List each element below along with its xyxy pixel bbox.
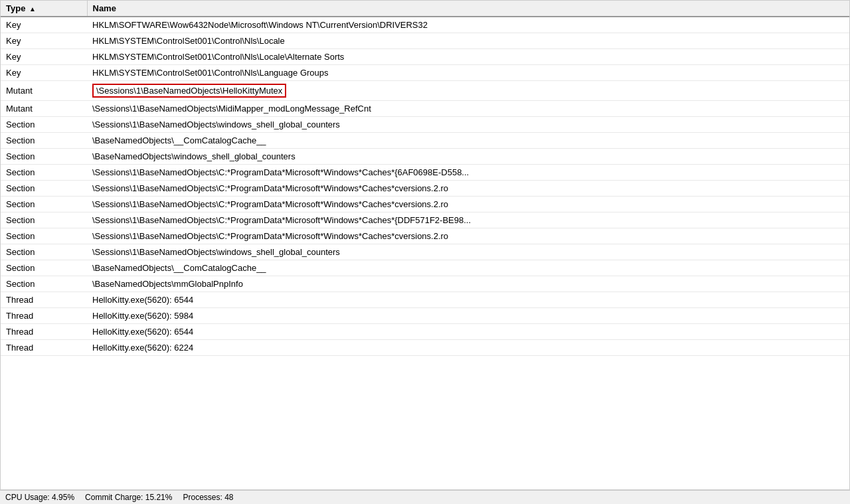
table-row[interactable]: Section\BaseNamedObjects\__ComCatalogCac… xyxy=(1,260,849,276)
table-row[interactable]: Section\Sessions\1\BaseNamedObjects\C:*P… xyxy=(1,228,849,244)
type-cell: Key xyxy=(1,33,87,49)
table-row[interactable]: Mutant\Sessions\1\BaseNamedObjects\Hello… xyxy=(1,81,849,101)
type-cell: Section xyxy=(1,165,87,181)
name-cell: \Sessions\1\BaseNamedObjects\C:*ProgramD… xyxy=(87,181,849,197)
type-cell: Thread xyxy=(1,324,87,340)
type-cell: Section xyxy=(1,133,87,149)
highlighted-name: \Sessions\1\BaseNamedObjects\HelloKittyM… xyxy=(92,84,286,98)
table-row[interactable]: Mutant\Sessions\1\BaseNamedObjects\MidiM… xyxy=(1,101,849,117)
table-row[interactable]: Section\Sessions\1\BaseNamedObjects\C:*P… xyxy=(1,212,849,228)
table-row[interactable]: Section\BaseNamedObjects\windows_shell_g… xyxy=(1,149,849,165)
name-cell: HelloKitty.exe(5620): 6224 xyxy=(87,340,849,356)
name-cell: \Sessions\1\BaseNamedObjects\C:*ProgramD… xyxy=(87,228,849,244)
type-cell: Key xyxy=(1,49,87,65)
table-body: KeyHKLM\SOFTWARE\Wow6432Node\Microsoft\W… xyxy=(1,17,849,356)
type-column-header[interactable]: Type ▲ xyxy=(1,1,87,17)
type-cell: Mutant xyxy=(1,101,87,117)
cpu-value-text: 4.95% xyxy=(52,493,74,502)
name-cell: HKLM\SOFTWARE\Wow6432Node\Microsoft\Wind… xyxy=(87,17,849,33)
table-header-row: Type ▲ Name xyxy=(1,1,849,17)
name-cell: \Sessions\1\BaseNamedObjects\MidiMapper_… xyxy=(87,101,849,117)
type-cell: Section xyxy=(1,149,87,165)
commit-label-text: Commit Charge: xyxy=(85,493,145,502)
type-column-label: Type xyxy=(6,3,25,13)
table-row[interactable]: KeyHKLM\SYSTEM\ControlSet001\Control\Nls… xyxy=(1,49,849,65)
name-column-label: Name xyxy=(93,3,116,13)
name-cell: \Sessions\1\BaseNamedObjects\windows_she… xyxy=(87,117,849,133)
processes-label-text: Processes: xyxy=(183,493,224,502)
handles-table: Type ▲ Name KeyHKLM\SOFTWARE\Wow6432Node… xyxy=(1,1,849,356)
name-cell: \Sessions\1\BaseNamedObjects\C:*ProgramD… xyxy=(87,165,849,181)
table-row[interactable]: Section\BaseNamedObjects\mmGlobalPnpInfo xyxy=(1,276,849,292)
name-cell: \Sessions\1\BaseNamedObjects\windows_she… xyxy=(87,244,849,260)
table-row[interactable]: KeyHKLM\SYSTEM\ControlSet001\Control\Nls… xyxy=(1,33,849,49)
name-cell: HelloKitty.exe(5620): 5984 xyxy=(87,308,849,324)
name-cell: HKLM\SYSTEM\ControlSet001\Control\Nls\Lo… xyxy=(87,49,849,65)
type-cell: Thread xyxy=(1,340,87,356)
cpu-usage-label: CPU Usage: 4.95% xyxy=(5,493,85,502)
type-cell: Thread xyxy=(1,292,87,308)
name-cell: HelloKitty.exe(5620): 6544 xyxy=(87,324,849,340)
type-cell: Section xyxy=(1,212,87,228)
commit-value-text: 15.21% xyxy=(145,493,173,502)
table-row[interactable]: KeyHKLM\SOFTWARE\Wow6432Node\Microsoft\W… xyxy=(1,17,849,33)
main-table-container: Type ▲ Name KeyHKLM\SOFTWARE\Wow6432Node… xyxy=(0,0,850,490)
table-row[interactable]: Section\Sessions\1\BaseNamedObjects\C:*P… xyxy=(1,165,849,181)
table-row[interactable]: Section\Sessions\1\BaseNamedObjects\C:*P… xyxy=(1,197,849,212)
type-cell: Section xyxy=(1,228,87,244)
type-cell: Key xyxy=(1,17,87,33)
name-column-header[interactable]: Name xyxy=(87,1,849,17)
type-cell: Section xyxy=(1,244,87,260)
type-cell: Section xyxy=(1,197,87,212)
name-cell: HKLM\SYSTEM\ControlSet001\Control\Nls\Lo… xyxy=(87,33,849,49)
name-cell: \Sessions\1\BaseNamedObjects\C:*ProgramD… xyxy=(87,197,849,212)
type-cell: Section xyxy=(1,260,87,276)
table-row[interactable]: KeyHKLM\SYSTEM\ControlSet001\Control\Nls… xyxy=(1,65,849,81)
table-row[interactable]: Section\Sessions\1\BaseNamedObjects\wind… xyxy=(1,117,849,133)
type-cell: Section xyxy=(1,117,87,133)
table-row[interactable]: ThreadHelloKitty.exe(5620): 6224 xyxy=(1,340,849,356)
name-cell: \Sessions\1\BaseNamedObjects\C:*ProgramD… xyxy=(87,212,849,228)
processes-value-text: 48 xyxy=(224,493,233,502)
table-row[interactable]: ThreadHelloKitty.exe(5620): 5984 xyxy=(1,308,849,324)
sort-indicator: ▲ xyxy=(29,5,36,13)
type-cell: Key xyxy=(1,65,87,81)
name-cell: \BaseNamedObjects\__ComCatalogCache__ xyxy=(87,133,849,149)
name-cell: HelloKitty.exe(5620): 6544 xyxy=(87,292,849,308)
commit-charge-label: Commit Charge: 15.21% xyxy=(85,493,183,502)
type-cell: Section xyxy=(1,181,87,197)
name-cell: HKLM\SYSTEM\ControlSet001\Control\Nls\La… xyxy=(87,65,849,81)
table-row[interactable]: ThreadHelloKitty.exe(5620): 6544 xyxy=(1,292,849,308)
name-cell: \BaseNamedObjects\__ComCatalogCache__ xyxy=(87,260,849,276)
type-cell: Mutant xyxy=(1,81,87,101)
table-row[interactable]: Section\Sessions\1\BaseNamedObjects\wind… xyxy=(1,244,849,260)
processes-label: Processes: 48 xyxy=(183,493,244,502)
name-cell: \Sessions\1\BaseNamedObjects\HelloKittyM… xyxy=(87,81,849,101)
name-cell: \BaseNamedObjects\windows_shell_global_c… xyxy=(87,149,849,165)
table-row[interactable]: Section\Sessions\1\BaseNamedObjects\C:*P… xyxy=(1,181,849,197)
table-row[interactable]: Section\BaseNamedObjects\__ComCatalogCac… xyxy=(1,133,849,149)
status-bar: CPU Usage: 4.95% Commit Charge: 15.21% P… xyxy=(0,490,850,504)
cpu-label-text: CPU Usage: xyxy=(5,493,52,502)
type-cell: Section xyxy=(1,276,87,292)
name-cell: \BaseNamedObjects\mmGlobalPnpInfo xyxy=(87,276,849,292)
type-cell: Thread xyxy=(1,308,87,324)
table-row[interactable]: ThreadHelloKitty.exe(5620): 6544 xyxy=(1,324,849,340)
